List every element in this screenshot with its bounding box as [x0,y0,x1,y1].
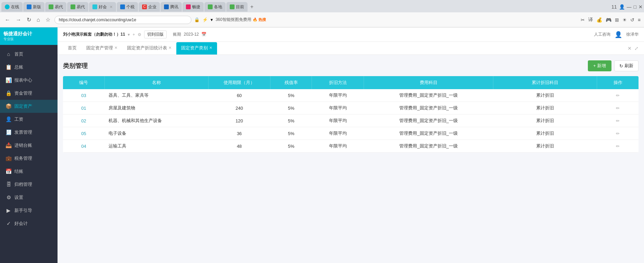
col-header-op: 操作 [597,76,639,89]
edit-icon-4[interactable]: ✏ [616,144,620,149]
win-maximize-icon[interactable]: ⤢ [634,46,639,51]
sidebar: 畅捷通好会计 专业版 ⌂ 首页 📋 总账 📊 报表中心 🔒 资金管理 📦 [0,27,58,263]
invoice-icon: 🧾 [5,129,12,135]
add-account-icon[interactable]: + [132,32,135,37]
browser-tab-3[interactable]: 易代 [67,2,88,12]
account-name: 刘小艳演示账套（勿删勿动！）11 [63,32,125,37]
calendar-icon[interactable]: 📅 [201,32,206,37]
close-browser-icon[interactable]: ✕ [639,4,643,10]
tab-close-4[interactable]: ✕ [110,5,113,9]
sidebar-label-settings: 设置 [14,194,23,201]
address-input[interactable] [54,16,191,24]
add-button[interactable]: + 新增 [588,60,611,71]
sidebar-item-invoice[interactable]: 🧾 发票管理 [0,126,58,139]
page-tab-asset-mgmt[interactable]: 固定资产管理 ✕ [81,42,122,55]
browser-tab-7[interactable]: 腾讯 [161,2,182,12]
browser-tab-6[interactable]: C 企业 [139,2,160,12]
back-button[interactable]: ← [3,16,12,24]
undo-icon[interactable]: ↺ [630,17,634,23]
sidebar-item-settings[interactable]: ⚙ 设置 [0,191,58,204]
win-close-icon[interactable]: ✕ [628,46,632,51]
browser-tab-1[interactable]: 新版 [23,2,45,12]
menu-icon[interactable]: ≡ [638,17,641,23]
col-header-accum: 累计折旧科目 [493,76,597,89]
minimize-icon[interactable]: — [627,4,632,10]
app-layout: 畅捷通好会计 专业版 ⌂ 首页 📋 总账 📊 报表中心 🔒 资金管理 📦 [0,27,644,263]
page-actions: + 新增 ↻ 刷新 [588,60,639,71]
cell-accum-0: 累计折旧 [493,89,597,102]
browser-tab-0[interactable]: 在线 [1,2,23,12]
sidebar-item-closing[interactable]: 📅 结账 [0,165,58,178]
refresh-button[interactable]: ↻ 刷新 [614,60,639,71]
sidebar-item-tax[interactable]: 💼 税务管理 [0,152,58,165]
sidebar-item-assets[interactable]: 📦 固定资产 [0,100,58,113]
game-icon[interactable]: 🎮 [606,17,611,23]
scissors-icon[interactable]: ✂ [581,17,585,23]
sidebar-item-payroll[interactable]: 👤 工资 [0,113,58,126]
dropdown-account-icon[interactable]: ▾ [128,32,130,37]
cell-method-1: 年限平均 [312,102,364,115]
cell-op-3[interactable]: ✏ [597,127,639,140]
browser-tab-bar: 在线 新版 易代 易代 好会 ✕ 个税 C 企业 腾讯 [0,0,644,12]
browser-tab-9[interactable]: 各地 [204,2,226,12]
table-row: 04 运输工具 48 5% 年限平均 管理费用_固定资产折旧_一级 累计折旧 ✏ [63,140,639,153]
toolbar-icons: ✂ 译 💰 🎮 ⊞ ☀ ↺ ≡ [581,17,641,23]
translate-icon[interactable]: 译 [588,17,593,23]
profile-icon[interactable]: 👤 [619,4,625,10]
sidebar-item-inventory[interactable]: 📥 进销台账 [0,139,58,152]
grid-icon[interactable]: ⊞ [615,17,619,23]
page-tab-depreciation-stat[interactable]: 固定资产折旧统计表 ✕ [122,42,176,55]
edit-icon-1[interactable]: ✏ [616,106,620,111]
sidebar-item-guide[interactable]: ▶ 新手引导 [0,204,58,217]
browser-tab-2[interactable]: 易代 [45,2,66,12]
close-asset-category[interactable]: ✕ [209,46,212,50]
edit-icon-3[interactable]: ✏ [616,131,620,136]
cell-expense-3: 管理费用_固定资产折旧_一级 [364,127,493,140]
forward-button[interactable]: → [14,16,23,24]
cell-code-0: 03 [63,89,104,102]
new-tab-button[interactable]: + [248,3,255,11]
page-tab-asset-category[interactable]: 固定资产类别 ✕ [176,42,217,55]
sidebar-item-home[interactable]: ⌂ 首页 [0,48,58,61]
period-label: 账期 2023-12 📅 [173,32,206,37]
cell-code-3: 05 [63,127,104,140]
close-depreciation-stat[interactable]: ✕ [168,46,172,50]
maximize-icon[interactable]: □ [634,4,636,10]
cell-op-0[interactable]: ✏ [597,89,639,102]
sidebar-item-reports[interactable]: 📊 报表中心 [0,74,58,87]
sidebar-item-archive[interactable]: 🗄 归档管理 [0,178,58,191]
browser-tab-8[interactable]: 畅捷 [182,2,204,12]
logo-text: 畅捷通好会计 [3,31,32,37]
header-right: 人工咨询 👤 徐泽华 [594,31,639,38]
bookmark-button[interactable]: ☆ [44,16,52,24]
close-asset-mgmt[interactable]: ✕ [114,46,117,50]
dropdown-icon[interactable]: ▾ [211,17,213,22]
cell-code-1: 01 [63,102,104,115]
settings-account-icon[interactable]: ⚙ [138,32,141,37]
site-info-icon: 🔒 [194,17,200,22]
home-button[interactable]: ⌂ [35,16,41,24]
inventory-icon: 📥 [5,142,12,148]
edit-icon-2[interactable]: ✏ [616,118,620,123]
page-tab-home[interactable]: 首页 [63,42,81,55]
reload-button[interactable]: ↻ [25,16,33,24]
coin-icon[interactable]: 💰 [596,17,602,23]
cell-op-1[interactable]: ✏ [597,102,639,115]
cell-op-4[interactable]: ✏ [597,140,639,153]
cell-op-2[interactable]: ✏ [597,115,639,127]
guide-icon: ▶ [5,207,12,214]
cell-rate-0: 5% [270,89,312,102]
refresh-icon: ↻ [619,63,623,69]
consult-label[interactable]: 人工咨询 [594,32,610,37]
sidebar-item-accounting[interactable]: ✓ 好会计 [0,217,58,230]
page-body: 类别管理 + 新增 ↻ 刷新 编号 名称 使用期限（月） 残值率 [58,55,644,263]
browser-tab-4[interactable]: 好会 ✕ [89,2,116,12]
browser-tab-5[interactable]: 个税 [117,2,138,12]
sidebar-item-funds[interactable]: 🔒 资金管理 [0,87,58,100]
browser-tab-10[interactable]: 目前 [226,2,248,12]
switch-version-button[interactable]: 切到旧版 [144,31,167,38]
table-header-row: 编号 名称 使用期限（月） 残值率 折旧方法 费用科目 累计折旧科目 操作 [63,76,639,89]
brightness-icon[interactable]: ☀ [622,17,627,23]
edit-icon-0[interactable]: ✏ [616,93,620,98]
sidebar-item-ledger[interactable]: 📋 总账 [0,61,58,74]
